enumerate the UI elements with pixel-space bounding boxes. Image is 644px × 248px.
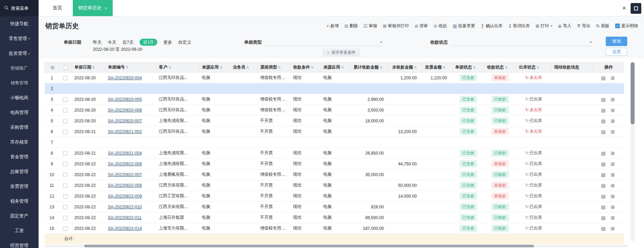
date-option[interactable]: 今天 (108, 39, 116, 45)
sidebar-item-retail[interactable]: 零售管理▾ (0, 31, 39, 46)
table-row[interactable]: 82022-08-21SA-20220821-004上海先浦有限...电脑不开票… (45, 148, 624, 159)
table-row[interactable]: 32022-08-20SA-20220820-005江西无印良品...电脑增值税… (45, 94, 624, 105)
row-detail-icon[interactable]: ▤ (601, 161, 605, 167)
row-checkbox[interactable] (63, 226, 67, 231)
row-checkbox[interactable] (63, 119, 67, 123)
row-checkbox[interactable] (63, 173, 67, 177)
doc-no-link[interactable]: SA-20220822-010 (108, 205, 142, 209)
tab-sales-history[interactable]: 销货单历史 × (73, 0, 113, 16)
column-header-invoice-type[interactable]: 票据类型⇅ (258, 63, 290, 73)
sidebar-item-operations[interactable]: 经营管理 (0, 238, 39, 248)
doc-no-link[interactable]: SA-20220822-014 (108, 226, 142, 231)
row-more-icon[interactable]: ⊞ (611, 161, 615, 167)
toolbar-refresh-button[interactable]: ↻刷新 (596, 23, 609, 29)
sidebar-search[interactable]: 搜索菜单 (0, 0, 39, 16)
toolbar-batch-change-button[interactable]: ▤批量变更 (453, 23, 475, 29)
horizontal-scrollbar-thumb[interactable] (84, 245, 534, 247)
checkbox-checked-icon[interactable]: ✓ (615, 24, 620, 28)
sidebar-item-wholesale[interactable]: 批发管理▴ (0, 46, 39, 61)
row-detail-icon[interactable]: ▤ (601, 226, 605, 231)
doc-no-link[interactable]: SA-20220820-004 (108, 76, 142, 80)
row-checkbox[interactable] (63, 76, 67, 80)
doc-no-link[interactable]: SA-20220821-002 (108, 129, 142, 134)
table-row[interactable]: 102022-08-22SA-20220822-007上海爱枫有限...电脑增值… (45, 169, 624, 180)
row-detail-icon[interactable]: ▤ (601, 215, 605, 220)
column-header-salesman[interactable]: 业务员⇅ (230, 63, 258, 73)
table-row[interactable]: 112022-08-22SA-20220822-008江西天佑有限...电脑不开… (45, 180, 624, 191)
row-detail-icon[interactable]: ▤ (601, 151, 605, 156)
close-icon[interactable]: × (621, 5, 627, 12)
column-header-source-app-2[interactable]: 来源应用⇅ (321, 63, 351, 73)
sidebar-item-xiaochang-ecom[interactable]: 小畅电商 (0, 90, 39, 105)
toolbar-delete-button[interactable]: ⊟删除 (344, 23, 358, 29)
sidebar-item-purchase[interactable]: 采购管理 (0, 120, 39, 135)
tab-close-icon[interactable]: × (105, 6, 107, 11)
column-settings[interactable]: ⚙ (45, 63, 59, 73)
table-row[interactable]: 62022-08-21SA-20220821-002江西无印良品...电脑不开票… (45, 126, 624, 137)
column-header-date[interactable]: 单据日期⇅ (72, 63, 105, 73)
sidebar-item-marketing[interactable]: 营销推广 (0, 61, 39, 76)
table-row[interactable]: 52022-08-20SA-20220820-007上海先浦有限...电脑不开票… (45, 116, 624, 126)
fullscreen-icon[interactable] (631, 3, 641, 14)
date-range-value[interactable]: 2022-08-20 至 2022-09-20 (93, 47, 142, 52)
table-row[interactable]: 2 (45, 83, 624, 94)
row-more-icon[interactable]: ⊞ (611, 129, 615, 134)
date-option[interactable]: 近7天 (122, 39, 133, 45)
row-more-icon[interactable]: ⊞ (611, 172, 615, 177)
sidebar-item-invoice[interactable]: 发票管理 (0, 179, 39, 194)
toolbar-export-button[interactable]: ⇈导出 (577, 23, 590, 29)
doc-no-link[interactable]: SA-20220820-005 (108, 97, 142, 102)
row-checkbox[interactable] (63, 151, 67, 156)
sidebar-item-ecommerce[interactable]: 电商管理 (0, 105, 39, 120)
row-more-icon[interactable]: ⊞ (611, 75, 615, 81)
column-header-doc-status[interactable]: 单据状态⇅ (452, 63, 484, 73)
row-more-icon[interactable]: ⊞ (611, 215, 615, 220)
column-header-received-total[interactable]: 累计收款金额⇅ (351, 63, 389, 73)
tab-home[interactable]: 首页 (45, 0, 69, 16)
select-all-checkbox[interactable] (64, 66, 68, 70)
sidebar-item-funds[interactable]: 资金管理 (0, 150, 39, 164)
toolbar-receive-payment-button[interactable]: ⊙收款 (434, 23, 447, 29)
toolbar-audit-print-button[interactable]: ⊞审核并打印 (383, 23, 409, 29)
row-detail-icon[interactable]: ▤ (601, 108, 605, 113)
row-checkbox[interactable] (63, 205, 67, 209)
doc-no-link[interactable]: SA-20220821-004 (108, 151, 142, 156)
expand-more-button[interactable]: » 展开更多条件 (322, 49, 361, 56)
row-checkbox[interactable] (63, 130, 67, 134)
row-more-icon[interactable]: ⊞ (611, 97, 615, 102)
doc-no-link[interactable]: SA-20220822-008 (108, 183, 142, 188)
table-row[interactable]: 7 (45, 137, 624, 148)
toolbar-import-button[interactable]: ⇊导入 (558, 23, 571, 29)
row-checkbox[interactable] (63, 183, 67, 188)
row-checkbox[interactable] (63, 194, 67, 199)
toolbar-print-button[interactable]: ⊞打印▾ (536, 23, 552, 29)
column-header-doc-no[interactable]: 单据编号⇅ (105, 63, 156, 73)
row-more-icon[interactable]: ⊞ (611, 151, 615, 156)
column-header-invoice-amount[interactable]: 发票金额⇅ (422, 63, 452, 73)
row-more-icon[interactable]: ⊞ (611, 194, 615, 199)
row-more-icon[interactable]: ⊞ (611, 118, 615, 124)
row-detail-icon[interactable]: ▤ (601, 204, 605, 210)
table-row[interactable]: 42022-08-20SA-20220820-006江西无印良品...电脑增值税… (45, 105, 624, 116)
table-row[interactable]: 132022-08-22SA-20220822-010江西天佑有限...电脑不开… (45, 202, 624, 212)
toolbar-show-detail[interactable]: ✓ 显示明细 (615, 23, 638, 29)
doc-no-link[interactable]: SA-20220822-007 (108, 172, 142, 177)
row-detail-icon[interactable]: ▤ (601, 194, 605, 199)
toolbar-audit-button[interactable]: ☑审核 (364, 23, 377, 29)
sidebar-item-tax[interactable]: 税务管理 (0, 194, 39, 209)
column-header-unreceived[interactable]: 未收款金额⇅ (389, 63, 422, 73)
date-option[interactable]: 自定义 (178, 39, 191, 45)
toolbar-add-button[interactable]: +新增 (326, 23, 339, 29)
doc-no-link[interactable]: SA-20220822-006 (108, 162, 142, 166)
column-header-pay-terms[interactable]: 收款条件⇅ (290, 63, 321, 73)
toolbar-cancel-outbound-button[interactable]: ↧取消出库 (508, 23, 530, 29)
table-row[interactable]: 12022-08-20SA-20220820-004江西无印良品...电脑增值税… (45, 73, 624, 83)
row-detail-icon[interactable]: ▤ (601, 183, 605, 188)
doc-no-link[interactable]: SA-20220820-006 (108, 108, 142, 113)
sidebar-item-general-ledger[interactable]: 总账管理 (0, 164, 39, 179)
toolbar-confirm-outbound-button[interactable]: ↥确认出库 (481, 23, 502, 29)
row-checkbox[interactable] (63, 162, 67, 166)
date-option[interactable]: 近1月 (140, 39, 157, 46)
sidebar-item-payroll[interactable]: 工资 (0, 223, 39, 238)
row-checkbox[interactable] (63, 216, 67, 220)
